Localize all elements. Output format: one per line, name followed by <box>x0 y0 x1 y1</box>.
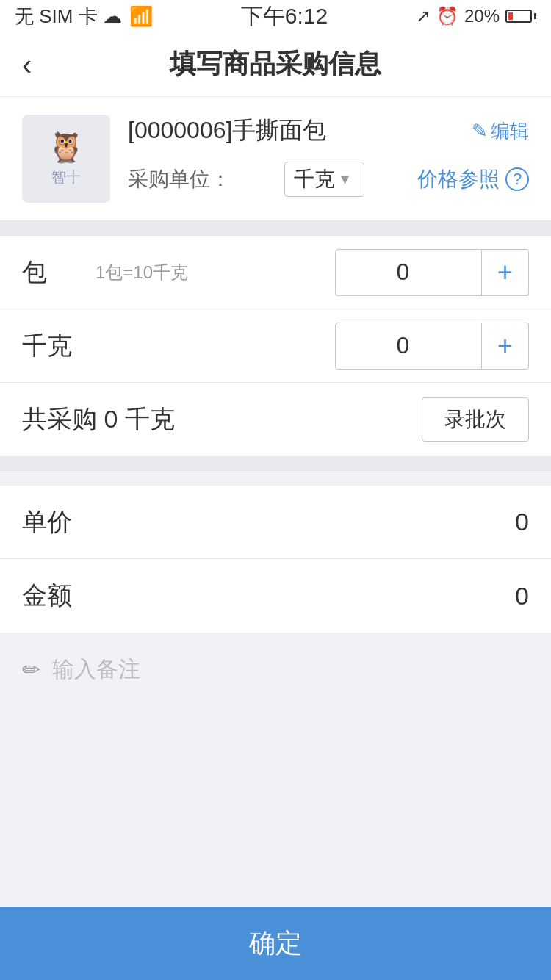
remarks-placeholder: 输入备注 <box>52 655 140 685</box>
pricing-section: 单价 0 金额 0 <box>0 486 551 633</box>
unit-price-label: 单价 <box>22 505 72 539</box>
kg-label: 千克 <box>22 329 81 363</box>
remarks-section[interactable]: ✏ 输入备注 <box>0 633 551 707</box>
unit-value: 千克 <box>294 165 335 193</box>
edit-label: 编辑 <box>491 118 529 144</box>
battery-percent: 20% <box>464 6 500 26</box>
status-bar: 无 SIM 卡 ☁ 📶 下午6:12 ↗ ⏰ 20% <box>0 0 551 32</box>
bag-number-box: + <box>335 249 529 296</box>
product-logo-label: 智十 <box>51 167 81 187</box>
amount-row: 金额 0 <box>0 559 551 633</box>
bag-label: 包 <box>22 256 81 289</box>
amount-value: 0 <box>515 582 529 610</box>
chevron-down-icon: ▾ <box>341 170 349 189</box>
nav-bar: ‹ 填写商品采购信息 <box>0 32 551 97</box>
summary-text: 共采购 0 千克 <box>22 403 175 436</box>
back-button[interactable]: ‹ <box>22 50 32 79</box>
product-image: 🦉 智十 <box>22 115 110 203</box>
confirm-button[interactable]: 确定 <box>0 907 551 980</box>
section-divider-1 <box>0 221 551 236</box>
product-logo-icon: 🦉 <box>48 130 84 165</box>
battery-icon <box>505 10 536 23</box>
price-ref-label: 价格参照 <box>417 165 500 193</box>
amount-label: 金额 <box>22 579 72 613</box>
product-info: [0000006]手撕面包 ✎ 编辑 采购单位： 千克 ▾ 价格参照 ? <box>128 115 529 197</box>
location-icon: ↗ <box>416 6 431 26</box>
kg-plus-button[interactable]: + <box>482 323 529 370</box>
unit-label: 采购单位： <box>128 165 231 193</box>
bag-plus-button[interactable]: + <box>482 249 529 296</box>
edit-button[interactable]: ✎ 编辑 <box>472 118 529 144</box>
unit-price-value: 0 <box>515 508 529 536</box>
summary-row: 共采购 0 千克 录批次 <box>0 383 551 456</box>
status-time: 下午6:12 <box>241 1 328 32</box>
product-name-row: [0000006]手撕面包 ✎ 编辑 <box>128 115 529 147</box>
alarm-icon: ⏰ <box>436 6 458 26</box>
sim-label: 无 SIM 卡 ☁ <box>15 4 122 29</box>
bag-input[interactable] <box>335 249 482 296</box>
kg-number-box: + <box>335 323 529 370</box>
edit-icon: ✎ <box>472 120 488 143</box>
bag-sublabel: 1包=10千克 <box>96 261 320 284</box>
kg-input[interactable] <box>335 323 482 370</box>
unit-row: 采购单位： 千克 ▾ 价格参照 ? <box>128 162 529 197</box>
batch-button[interactable]: 录批次 <box>422 397 529 442</box>
help-icon: ? <box>505 167 529 191</box>
unit-select[interactable]: 千克 ▾ <box>284 162 364 197</box>
wifi-icon: 📶 <box>129 5 153 28</box>
pencil-icon: ✏ <box>22 657 40 682</box>
product-name: [0000006]手撕面包 <box>128 115 326 147</box>
status-right: ↗ ⏰ 20% <box>416 6 536 26</box>
empty-area <box>0 707 551 927</box>
kg-input-row: 千克 + <box>0 309 551 383</box>
price-ref-button[interactable]: 价格参照 ? <box>417 165 529 193</box>
product-card: 🦉 智十 [0000006]手撕面包 ✎ 编辑 采购单位： 千克 ▾ 价格参照 … <box>0 97 551 221</box>
page-title: 填写商品采购信息 <box>170 46 381 82</box>
input-section: 包 1包=10千克 + 千克 + 共采购 0 千克 录批次 <box>0 236 551 456</box>
bag-input-row: 包 1包=10千克 + <box>0 236 551 309</box>
section-divider-2 <box>0 456 551 471</box>
status-left: 无 SIM 卡 ☁ 📶 <box>15 4 153 29</box>
unit-price-row: 单价 0 <box>0 486 551 559</box>
